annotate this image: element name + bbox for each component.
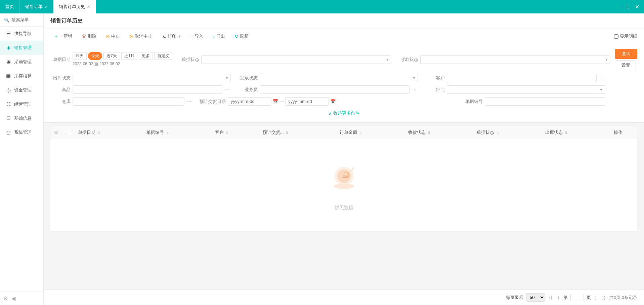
sidebar-item-sys-mgmt[interactable]: ◌ 系统管理 (0, 125, 43, 140)
select-all-checkbox[interactable] (66, 130, 70, 134)
th-date: 单据日期 ⇅ (75, 126, 143, 139)
filter-row-3: 商品 ··· 业务员 ··· 部门 (50, 85, 637, 94)
table-header-row: ⚙ 单据日期 ⇅ 单据编号 ⇅ (50, 126, 637, 139)
sidebar-bottom-settings-icon[interactable]: ⚙ (3, 295, 8, 302)
close-btn[interactable]: ✕ (634, 2, 641, 11)
date-more-btn[interactable]: 更多 (139, 52, 153, 60)
warehouse-dots-btn[interactable]: ··· (186, 99, 193, 105)
th-date-sort[interactable]: ⇅ (97, 131, 100, 135)
th-order-status-sort[interactable]: ⇅ (496, 131, 499, 135)
date-7days-btn[interactable]: 近7天 (103, 52, 120, 60)
stop-icon: ⊘ (106, 34, 110, 39)
order-number-input[interactable] (485, 97, 605, 106)
refresh-icon: ↻ (234, 34, 239, 39)
filter-salesperson: 业务员 ··· (238, 85, 418, 94)
collapse-conditions[interactable]: ∧ 收起更多条件 (50, 109, 637, 118)
product-dots-btn[interactable]: ··· (224, 87, 231, 93)
warehouse-status-control: ▼ (73, 74, 231, 82)
th-warehouse-status: 出库状态 ⇅ (542, 126, 610, 139)
th-number-sort[interactable]: ⇅ (166, 131, 169, 135)
th-customer: 客户 ⇅ (212, 126, 259, 139)
salesperson-input[interactable] (260, 85, 410, 94)
warehouse-control: ··· (73, 97, 193, 106)
display-detail-checkbox[interactable] (614, 34, 618, 39)
page-size-select[interactable]: 10 20 50 100 (526, 293, 545, 302)
minimize-btn[interactable]: — (615, 2, 624, 11)
capital-mgmt-icon: ◎ (5, 87, 11, 93)
completion-status-select[interactable] (260, 74, 418, 82)
sidebar-item-capital-mgmt[interactable]: ◎ 资金管理 (0, 83, 43, 97)
th-warehouse-status-sort[interactable]: ⇅ (565, 131, 567, 135)
product-input[interactable] (73, 85, 222, 94)
maximize-btn[interactable]: □ (626, 2, 632, 11)
filter-row-1: 单据日期 昨天 今天 近7天 近1月 更多 自定义 (50, 49, 637, 70)
filter-receipt-status: 收款状态 ▼ (398, 55, 610, 64)
prev-page-btn[interactable]: ⟨ (556, 294, 561, 301)
next-page-btn[interactable]: ⟩ (594, 294, 598, 301)
export-button[interactable]: ↓ 导出 (209, 32, 228, 41)
tab-sales-order-history-close[interactable]: ✕ (87, 5, 90, 9)
sidebar-item-basic-info[interactable]: ☰ 基础信息 (0, 111, 43, 125)
delete-button[interactable]: 🗑 删除 (78, 32, 100, 41)
cancel-stop-button[interactable]: ⊘ 取消中止 (126, 32, 156, 41)
display-detail-toggle[interactable]: 显示明细 (614, 33, 637, 39)
tab-home[interactable]: 首页 (0, 0, 20, 13)
th-receipt-status-sort[interactable]: ⇅ (428, 131, 430, 135)
sidebar-item-quick-nav[interactable]: ☰ 快捷导航 (0, 27, 43, 41)
salesperson-control: ··· (260, 85, 418, 94)
main-layout: 🔍 搜索菜单 ☰ 快捷导航 ◈ 销售管理 ◉ 采购管理 ▣ 库存核算 ◎ 资金管… (0, 13, 644, 305)
refresh-button[interactable]: ↻ 刷新 (231, 32, 252, 41)
date-custom-btn[interactable]: 自定义 (154, 52, 172, 60)
print-button[interactable]: 🖨 打印 ▼ (158, 32, 185, 41)
th-customer-sort[interactable]: ⇅ (225, 131, 228, 135)
first-page-btn[interactable]: ⟨⟨ (548, 294, 554, 301)
import-button[interactable]: ↑ 导入 (187, 32, 207, 41)
query-button[interactable]: 查询 (615, 49, 637, 59)
calendar-from-icon[interactable]: 📅 (273, 99, 278, 104)
th-number: 单据编号 ⇅ (143, 126, 212, 139)
delivery-from-input[interactable] (228, 97, 271, 106)
salesperson-dots-btn[interactable]: ··· (411, 87, 418, 93)
tab-home-label: 首页 (5, 4, 14, 10)
th-expected-delivery-sort[interactable]: ⇅ (286, 131, 288, 135)
filter-customer: 客户 ··· (425, 74, 605, 82)
sidebar-item-purchase-mgmt[interactable]: ◉ 采购管理 (0, 55, 43, 69)
last-page-btn[interactable]: ⟩⟩ (601, 294, 607, 301)
cancel-stop-label: 取消中止 (135, 33, 152, 39)
sidebar-bottom-toggle-icon[interactable]: ◀ (11, 295, 15, 302)
sidebar-search[interactable]: 🔍 搜索菜单 (0, 13, 43, 27)
receipt-status-label: 收款状态 (398, 56, 418, 63)
product-control: ··· (73, 85, 231, 94)
date-yesterday-btn[interactable]: 昨天 (73, 52, 87, 60)
date-today-btn[interactable]: 今天 (88, 52, 102, 60)
receipt-status-select[interactable] (420, 55, 610, 64)
table-settings-icon[interactable]: ⚙ (54, 129, 58, 135)
sidebar-item-ops-mgmt[interactable]: ☷ 经营管理 (0, 97, 43, 111)
delivery-to-input[interactable] (285, 97, 329, 106)
department-label: 部门 (425, 87, 445, 93)
warehouse-status-select[interactable] (73, 74, 231, 82)
department-select[interactable] (447, 85, 605, 94)
stop-button[interactable]: ⊘ 中止 (102, 32, 123, 41)
page-title: 销售订单历史 (50, 17, 637, 25)
settings-button[interactable]: 设置 (616, 60, 636, 70)
tab-sales-order[interactable]: 销售订单 ✕ (20, 0, 53, 13)
sidebar-bottom: ⚙ ◀ (0, 292, 43, 305)
tab-sales-order-history[interactable]: 销售订单历史 ✕ (53, 0, 96, 13)
th-amount-sort[interactable]: ⇅ (359, 131, 362, 135)
sidebar-item-inventory-mgmt[interactable]: ▣ 库存核算 (0, 69, 43, 83)
date-1month-btn[interactable]: 近1月 (121, 52, 138, 60)
order-status-select[interactable] (201, 55, 391, 64)
warehouse-input[interactable] (73, 97, 184, 106)
new-button[interactable]: ＋ + 新增 (50, 32, 76, 41)
page-input[interactable]: 1 (570, 294, 584, 301)
sidebar-item-sales-mgmt[interactable]: ◈ 销售管理 (0, 41, 43, 55)
tab-sales-order-close[interactable]: ✕ (45, 5, 48, 9)
date-buttons: 昨天 今天 近7天 近1月 更多 自定义 (73, 52, 172, 60)
calendar-to-icon[interactable]: 📅 (330, 99, 336, 104)
delivery-date-label: 预计交货日期 (200, 99, 226, 105)
customer-input[interactable] (447, 74, 597, 82)
customer-dots-btn[interactable]: ··· (598, 75, 605, 81)
filter-delivery-date: 预计交货日期 📅 — 📅 (200, 97, 456, 106)
tab-bar: 首页 销售订单 ✕ 销售订单历史 ✕ (0, 0, 96, 13)
